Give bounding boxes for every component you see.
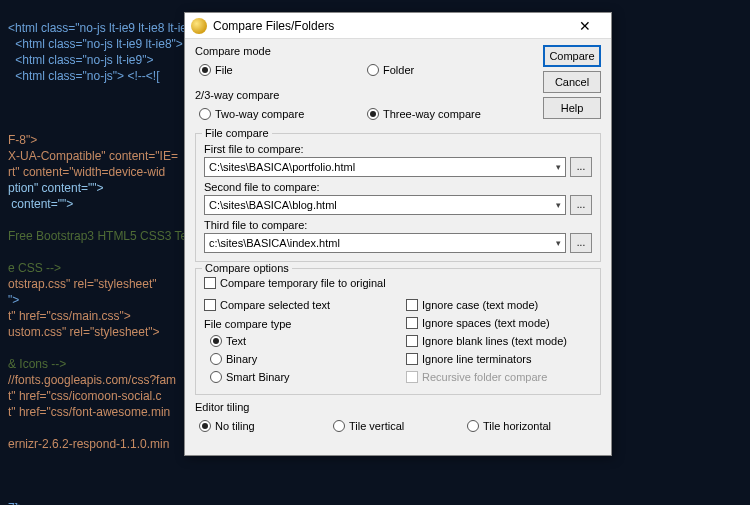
- ignore-spaces-check[interactable]: Ignore spaces (text mode): [406, 314, 592, 332]
- second-file-browse[interactable]: ...: [570, 195, 592, 215]
- second-file-combo[interactable]: C:\sites\BASICA\blog.html▾: [204, 195, 566, 215]
- first-file-label: First file to compare:: [204, 143, 592, 155]
- file-compare-type-label: File compare type: [204, 318, 390, 330]
- help-button[interactable]: Help: [543, 97, 601, 119]
- three-way-radio[interactable]: Three-way compare: [367, 105, 535, 123]
- type-smart-radio[interactable]: Smart Binary: [210, 368, 390, 386]
- compare-button[interactable]: Compare: [543, 45, 601, 67]
- chevron-down-icon: ▾: [556, 200, 561, 210]
- mode-folder-radio[interactable]: Folder: [367, 61, 535, 79]
- chevron-down-icon: ▾: [556, 238, 561, 248]
- third-file-browse[interactable]: ...: [570, 233, 592, 253]
- two-way-radio[interactable]: Two-way compare: [199, 105, 367, 123]
- second-file-label: Second file to compare:: [204, 181, 592, 193]
- compare-options-group: Compare options Compare temporary file t…: [195, 268, 601, 395]
- titlebar[interactable]: Compare Files/Folders ✕: [185, 13, 611, 39]
- compare-temp-check[interactable]: Compare temporary file to original: [204, 274, 592, 292]
- ignore-case-check[interactable]: Ignore case (text mode): [406, 296, 592, 314]
- dialog-title: Compare Files/Folders: [213, 19, 565, 33]
- first-file-browse[interactable]: ...: [570, 157, 592, 177]
- first-file-combo[interactable]: C:\sites\BASICA\portfolio.html▾: [204, 157, 566, 177]
- mode-file-radio[interactable]: File: [199, 61, 367, 79]
- ignore-terminators-check[interactable]: Ignore line terminators: [406, 350, 592, 368]
- type-binary-radio[interactable]: Binary: [210, 350, 390, 368]
- compare-dialog: Compare Files/Folders ✕ Compare Cancel H…: [184, 12, 612, 456]
- compare-selected-check[interactable]: Compare selected text: [204, 296, 390, 314]
- third-file-label: Third file to compare:: [204, 219, 592, 231]
- ignore-blank-check[interactable]: Ignore blank lines (text mode): [406, 332, 592, 350]
- cancel-button[interactable]: Cancel: [543, 71, 601, 93]
- third-file-combo[interactable]: c:\sites\BASICA\index.html▾: [204, 233, 566, 253]
- type-text-radio[interactable]: Text: [210, 332, 390, 350]
- tiling-horizontal-radio[interactable]: Tile horizontal: [467, 417, 601, 435]
- editor-tiling-label: Editor tiling: [195, 401, 601, 413]
- way-label: 2/3-way compare: [195, 89, 535, 101]
- tiling-none-radio[interactable]: No tiling: [199, 417, 333, 435]
- chevron-down-icon: ▾: [556, 162, 561, 172]
- file-compare-group: File compare First file to compare: C:\s…: [195, 133, 601, 262]
- close-button[interactable]: ✕: [565, 18, 605, 34]
- app-icon: [191, 18, 207, 34]
- recursive-folder-check: Recursive folder compare: [406, 368, 592, 386]
- tiling-vertical-radio[interactable]: Tile vertical: [333, 417, 467, 435]
- compare-mode-label: Compare mode: [195, 45, 535, 57]
